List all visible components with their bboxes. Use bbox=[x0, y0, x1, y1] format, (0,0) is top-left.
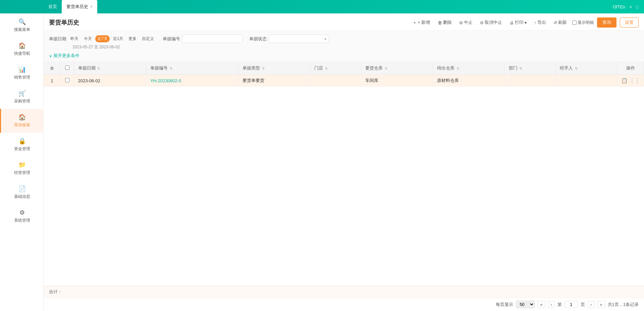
sidebar-item-quicknav[interactable]: 🏠 快捷导航 bbox=[0, 37, 43, 61]
last-page-btn[interactable]: » bbox=[597, 301, 605, 308]
search-icon: 🔍 bbox=[18, 18, 26, 26]
date-btn-yesterday[interactable]: 昨天 bbox=[68, 35, 80, 42]
date-sort-icon[interactable]: ⇅ bbox=[97, 66, 100, 70]
sidebar-item-finance[interactable]: 🔒 资金管理 bbox=[0, 133, 43, 157]
delete-button[interactable]: 🗑 删除 bbox=[436, 18, 454, 27]
row-date: 2023-06-02 bbox=[74, 75, 146, 87]
row-doc-no: YH-20230602-0 bbox=[146, 75, 238, 87]
cancel-stop-button[interactable]: ⊘ 取消中止 bbox=[478, 18, 504, 27]
doc-no-link[interactable]: YH-20230602-0 bbox=[150, 78, 181, 83]
sidebar-item-search[interactable]: 🔍 搜索菜单 bbox=[0, 13, 43, 37]
store-sort-icon[interactable]: ⇅ bbox=[325, 66, 328, 70]
table-row[interactable]: 1 2023-06-02 YH-20230602-0 要货单要货 车间库 原材料… bbox=[44, 75, 644, 87]
sidebar-item-purchase[interactable]: 🛒 采购管理 bbox=[0, 85, 43, 109]
sidebar-item-inventory[interactable]: 🏠 库存核算 bbox=[0, 109, 43, 133]
tab-requisition-history[interactable]: 要货单历史 × bbox=[62, 0, 97, 13]
new-button[interactable]: + + 新增 bbox=[412, 18, 432, 27]
sidebar-item-sales[interactable]: 📊 销售管理 bbox=[0, 61, 43, 85]
tab-close-icon[interactable]: × bbox=[90, 4, 93, 9]
page-input[interactable] bbox=[565, 301, 578, 308]
sidebar-item-purchase-label: 采购管理 bbox=[14, 98, 30, 104]
refresh-button[interactable]: ↺ 刷新 bbox=[551, 18, 569, 27]
filter-area: 单据日期 昨天 今天 近7天 近1月 更多 自定义 单据编号 bbox=[44, 31, 644, 62]
tab-home[interactable]: 首页 bbox=[44, 0, 62, 13]
doc-no-input[interactable] bbox=[182, 35, 243, 43]
sidebar-item-system[interactable]: ⚙ 系统管理 bbox=[0, 204, 43, 228]
doc-no-sort-icon[interactable]: ⇅ bbox=[170, 66, 172, 70]
sidebar-item-quicknav-label: 快捷导航 bbox=[14, 51, 30, 56]
finance-icon: 🔒 bbox=[18, 137, 26, 145]
query-button[interactable]: 查询 bbox=[597, 17, 616, 28]
print-button[interactable]: 🖨 打印 ▾ bbox=[507, 18, 529, 27]
export-button[interactable]: ↑ 导出 bbox=[532, 18, 548, 27]
row-edit-icon[interactable]: 📋 bbox=[621, 78, 628, 84]
select-all-checkbox[interactable] bbox=[65, 65, 69, 70]
doc-status-select[interactable] bbox=[269, 35, 329, 43]
display-detail-checkbox[interactable] bbox=[572, 20, 577, 25]
page-title: 要货单历史 bbox=[49, 18, 412, 27]
next-page-btn[interactable]: › bbox=[588, 301, 594, 308]
dept-sort-icon[interactable]: ⇅ bbox=[519, 66, 522, 70]
main-layout: 🔍 搜索菜单 🏠 快捷导航 📊 销售管理 🛒 采购管理 🏠 库存核算 🔒 资金管… bbox=[0, 13, 644, 311]
date-btn-custom[interactable]: 自定义 bbox=[140, 35, 156, 42]
col-doc-no: 单据编号 ⇅ bbox=[146, 62, 238, 75]
col-pending-warehouse: 待出仓库 ⇅ bbox=[433, 62, 505, 75]
row-checkbox[interactable] bbox=[65, 78, 69, 82]
date-btn-1month[interactable]: 近1月 bbox=[111, 35, 125, 42]
settings-button[interactable]: 设置 bbox=[620, 17, 639, 28]
expand-more-btn[interactable]: ∨ 展开更多条件 bbox=[49, 52, 639, 59]
action-icons-group: 📋 ⋮⋮ bbox=[621, 78, 640, 84]
row-doc-type: 要货单要货 bbox=[238, 75, 310, 87]
page-end-label: 页 bbox=[581, 302, 585, 308]
col-date: 单据日期 ⇅ bbox=[74, 62, 146, 75]
doc-status-select-wrapper bbox=[269, 35, 329, 43]
sales-icon: 📊 bbox=[18, 66, 26, 73]
col-dept: 部门 ⇅ bbox=[504, 62, 555, 75]
doc-type-sort-icon[interactable]: ⇅ bbox=[262, 66, 265, 70]
window-close-icon[interactable]: × bbox=[630, 4, 632, 9]
req-warehouse-sort-icon[interactable]: ⇅ bbox=[385, 66, 387, 70]
row-store bbox=[310, 75, 361, 87]
doc-no-filter-group: 单据编号 bbox=[163, 35, 243, 43]
inventory-icon: 🏠 bbox=[18, 114, 26, 121]
filter-row: 单据日期 昨天 今天 近7天 近1月 更多 自定义 单据编号 bbox=[49, 35, 639, 43]
home-icon: 🏠 bbox=[18, 42, 26, 49]
first-page-btn[interactable]: « bbox=[537, 301, 545, 308]
sidebar-item-search-label: 搜索菜单 bbox=[14, 27, 30, 33]
sidebar-item-operations[interactable]: 📁 经营管理 bbox=[0, 157, 43, 180]
page-size-select[interactable]: 10 20 50 100 bbox=[516, 301, 535, 308]
stop-button[interactable]: ⊘ 中止 bbox=[457, 18, 475, 27]
display-detail-toggle[interactable]: 显示明细 bbox=[572, 20, 594, 26]
col-handler: 经手人 ⇅ bbox=[555, 62, 617, 75]
top-bar: 首页 要货单历史 × OfTEn × □ bbox=[0, 0, 644, 13]
pending-warehouse-sort-icon[interactable]: ⇅ bbox=[457, 66, 459, 70]
print-icon: 🖨 bbox=[509, 20, 514, 25]
row-pending-warehouse: 原材料仓库 bbox=[433, 75, 505, 87]
top-bar-right: OfTEn × □ bbox=[613, 4, 644, 9]
date-btn-more[interactable]: 更多 bbox=[126, 35, 139, 42]
total-info: 共1页，1条记录 bbox=[608, 302, 639, 308]
tab-requisition-label: 要货单历史 bbox=[66, 4, 88, 10]
prev-page-btn[interactable]: ‹ bbox=[548, 301, 555, 308]
page-size-label: 每页显示 bbox=[496, 302, 513, 308]
col-req-warehouse: 要货仓库 ⇅ bbox=[361, 62, 433, 75]
sidebar-item-basic-info[interactable]: 📄 基础信息 bbox=[0, 180, 43, 204]
doc-status-label: 单据状态 bbox=[249, 36, 267, 42]
settings-icon: ⚙ bbox=[50, 66, 54, 71]
pagination: 每页显示 10 20 50 100 « ‹ 第 页 › » 共1页，1条记录 bbox=[44, 298, 644, 311]
col-settings[interactable]: ⚙ bbox=[44, 62, 60, 75]
date-btn-7days[interactable]: 近7天 bbox=[95, 35, 110, 42]
col-checkbox-header[interactable] bbox=[60, 62, 74, 75]
handler-sort-icon[interactable]: ⇅ bbox=[575, 66, 578, 70]
tab-home-label: 首页 bbox=[48, 4, 57, 10]
row-index: 1 bbox=[44, 75, 60, 87]
sidebar-item-finance-label: 资金管理 bbox=[14, 146, 30, 152]
row-detail-icon[interactable]: ⋮⋮ bbox=[630, 78, 640, 84]
table-container: ⚙ 单据日期 ⇅ 单据编号 ⇅ bbox=[44, 62, 644, 286]
row-handler bbox=[555, 75, 617, 87]
date-btn-today[interactable]: 今天 bbox=[82, 35, 94, 42]
sidebar-item-operations-label: 经营管理 bbox=[14, 170, 30, 176]
window-maximize-icon[interactable]: □ bbox=[636, 4, 639, 9]
row-checkbox-cell[interactable] bbox=[60, 75, 74, 87]
stop-icon: ⊘ bbox=[459, 20, 463, 25]
